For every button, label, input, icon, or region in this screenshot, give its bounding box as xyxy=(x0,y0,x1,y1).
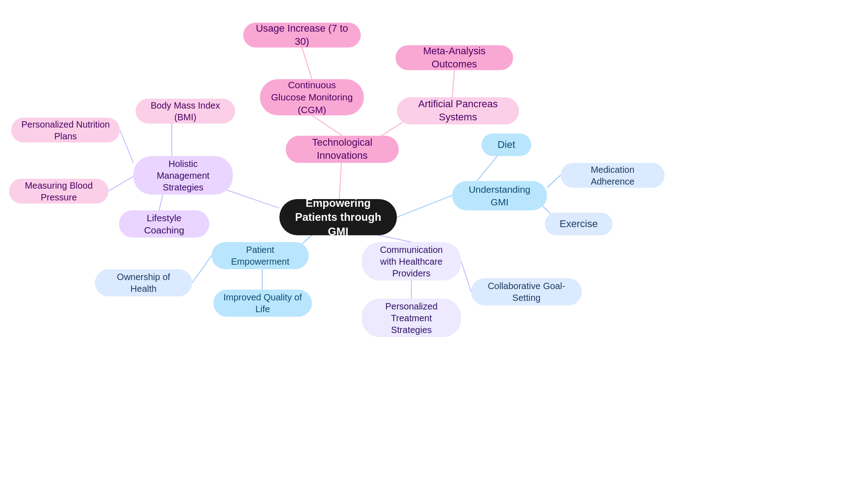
center-node: Empowering Patients through GMI xyxy=(279,199,397,235)
svg-line-10 xyxy=(397,195,452,217)
svg-line-15 xyxy=(192,256,212,283)
svg-line-4 xyxy=(452,70,454,100)
improved-quality-node: Improved Quality of Life xyxy=(213,290,312,317)
diet-node: Diet xyxy=(481,133,531,156)
understanding-gmi-node: Understanding GMI xyxy=(452,181,547,210)
blood-pressure-node: Measuring Blood Pressure xyxy=(9,179,108,204)
communication-node: Communication with Healthcare Providers xyxy=(362,242,461,281)
medication-adherence-node: Medication Adherence xyxy=(561,163,665,188)
artificial-pancreas-node: Artificial Pancreas Systems xyxy=(397,97,519,124)
svg-line-12 xyxy=(547,175,561,188)
svg-line-1 xyxy=(312,115,342,136)
cgm-node: Continuous Glucose Monitoring (CGM) xyxy=(260,79,364,115)
tech-innovations-node: Technological Innovations xyxy=(286,136,399,163)
collaborative-goal-setting-node: Collaborative Goal-Setting xyxy=(471,278,582,305)
holistic-management-node: Holistic Management Strategies xyxy=(133,156,233,195)
meta-analysis-node: Meta-Analysis Outcomes xyxy=(396,45,513,70)
exercise-node: Exercise xyxy=(545,213,613,235)
usage-increase-node: Usage Increase (7 to 30) xyxy=(243,23,361,48)
lifestyle-coaching-node: Lifestyle Coaching xyxy=(119,210,209,238)
svg-line-2 xyxy=(302,48,312,79)
personalized-treatment-node: Personalized Treatment Strategies xyxy=(362,299,461,337)
ownership-health-node: Ownership of Health xyxy=(95,269,192,296)
bmi-node: Body Mass Index (BMI) xyxy=(136,99,235,124)
patient-empowerment-node: Patient Empowerment xyxy=(212,242,309,269)
svg-line-8 xyxy=(108,176,133,191)
svg-line-7 xyxy=(120,130,133,163)
svg-line-19 xyxy=(461,261,471,292)
personalized-nutrition-node: Personalized Nutrition Plans xyxy=(11,118,120,143)
